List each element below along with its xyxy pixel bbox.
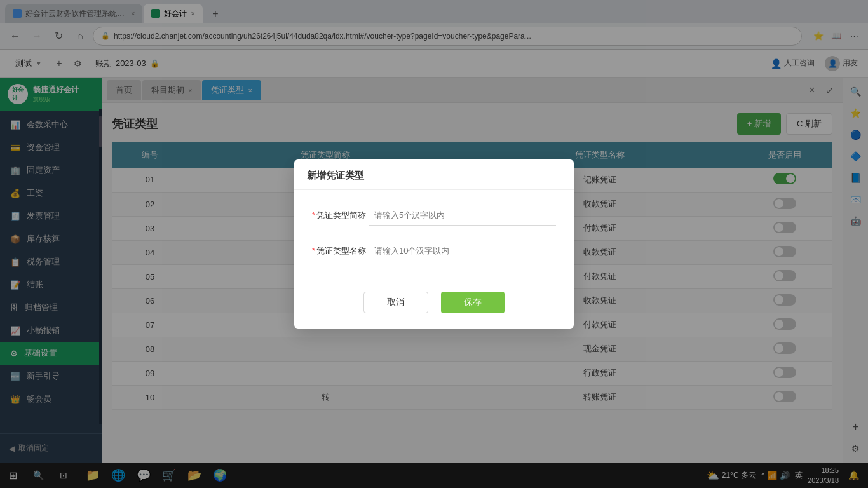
modal-footer: 取消 保存 (294, 281, 574, 329)
modal-body: *凭证类型简称 *凭证类型名称 (294, 190, 574, 281)
save-btn[interactable]: 保存 (441, 292, 505, 313)
modal-overlay: 新增凭证类型 *凭证类型简称 *凭证类型名称 取消 保存 (0, 0, 868, 488)
form-row-abbr: *凭证类型简称 (312, 205, 556, 226)
cancel-btn[interactable]: 取消 (363, 292, 428, 313)
name-input[interactable] (369, 241, 556, 261)
modal: 新增凭证类型 *凭证类型简称 *凭证类型名称 取消 保存 (294, 159, 574, 329)
abbr-required: * (312, 210, 315, 220)
modal-title: 新增凭证类型 (307, 170, 364, 180)
abbr-label: *凭证类型简称 (312, 210, 369, 221)
modal-header: 新增凭证类型 (294, 159, 574, 190)
name-required: * (312, 246, 315, 255)
name-label: *凭证类型名称 (312, 245, 369, 257)
form-row-name: *凭证类型名称 (312, 241, 556, 261)
abbr-input[interactable] (369, 205, 556, 226)
